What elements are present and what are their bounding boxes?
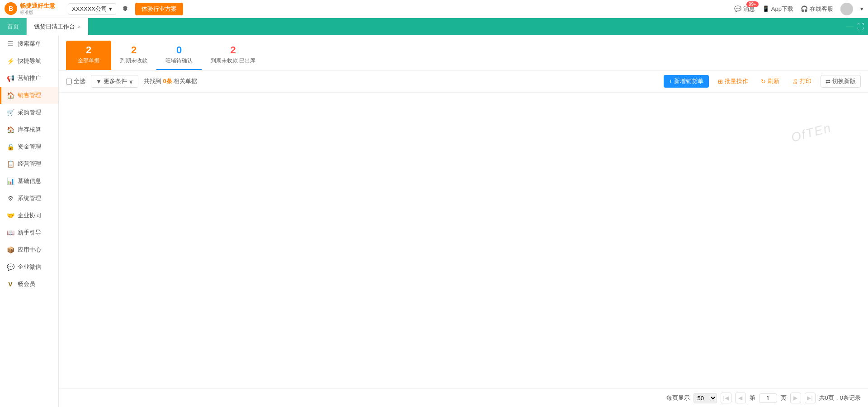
tab-active[interactable]: 钱货日清工作台 × <box>27 18 88 35</box>
sidebar-label-search-menu: 搜索菜单 <box>18 40 41 48</box>
stat-label-shipped: 到期未收款 已出库 <box>211 57 255 65</box>
next-page-btn[interactable]: ▶ <box>790 393 801 403</box>
toolbar-right: + 新增销货单 ⊞ 批量操作 ↻ 刷新 🖨 打印 ⇄ 切换新版 <box>664 75 861 88</box>
message-item[interactable]: 💬 消息 99+ <box>734 5 755 13</box>
stat-count-all: 2 <box>86 44 91 56</box>
select-all-text: 全选 <box>74 77 85 85</box>
sidebar-label-base-info: 基础信息 <box>18 177 41 185</box>
prev-page-btn[interactable]: ◀ <box>735 393 746 403</box>
sidebar-item-search-menu[interactable]: ☰ 搜索菜单 <box>0 35 58 52</box>
stat-tab-all[interactable]: 2 全部单据 <box>66 41 111 70</box>
stat-label-pending: 旺辅待确认 <box>165 57 193 65</box>
inventory-icon: 🏠 <box>7 126 14 133</box>
app-download-item[interactable]: 📱 App下载 <box>762 5 793 13</box>
app-center-icon: 📦 <box>7 246 14 253</box>
found-text: 共找到 0条 相关单据 <box>144 77 197 85</box>
sidebar-item-sales[interactable]: 🏠 销售管理 <box>0 87 58 104</box>
stat-tab-overdue[interactable]: 2 到期未收款 <box>111 41 156 70</box>
sidebar-item-finance[interactable]: 🔒 资金管理 <box>0 138 58 155</box>
sidebar-label-system: 系统管理 <box>18 194 41 202</box>
switch-icon: ⇄ <box>826 78 830 85</box>
sidebar-item-app-center[interactable]: 📦 应用中心 <box>0 241 58 258</box>
tab-home-label: 首页 <box>7 23 19 31</box>
sidebar-item-member[interactable]: V 畅会员 <box>0 276 58 293</box>
guide-icon: 📖 <box>7 229 14 236</box>
switch-new-btn[interactable]: ⇄ 切换新版 <box>821 75 861 88</box>
service-icon: 🎧 <box>801 5 808 12</box>
per-page-select[interactable]: 50 100 200 <box>693 393 717 403</box>
more-conditions-text: 更多条件 <box>104 77 127 85</box>
company-selector[interactable]: XXXXXX公司 ▾ <box>68 3 116 15</box>
select-all-checkbox[interactable] <box>66 79 72 84</box>
quick-nav-icon: ⚡ <box>7 57 14 65</box>
sidebar-label-member: 畅会员 <box>18 280 35 288</box>
member-icon: V <box>7 281 14 288</box>
watermark: OfTEn <box>789 121 833 145</box>
last-page-btn[interactable]: ▶| <box>805 393 816 403</box>
found-count: 0条 <box>163 78 172 84</box>
page-suffix: 页 <box>781 394 787 402</box>
logo-icon: B <box>5 2 17 15</box>
sidebar: ☰ 搜索菜单 ⚡ 快捷导航 📢 营销推广 🏠 销售管理 🛒 采购管理 🏠 库存核… <box>0 35 59 407</box>
stat-count-shipped: 2 <box>231 44 236 56</box>
sidebar-label-operations: 经营管理 <box>18 160 41 168</box>
batch-icon: ⊞ <box>718 78 723 85</box>
online-service-item[interactable]: 🎧 在线客服 <box>801 5 833 13</box>
stat-count-overdue: 2 <box>131 44 137 56</box>
sidebar-item-wechat[interactable]: 💬 企业微信 <box>0 258 58 276</box>
print-icon: 🖨 <box>792 78 798 85</box>
avatar[interactable] <box>840 3 853 15</box>
sidebar-item-base-info[interactable]: 📊 基础信息 <box>0 173 58 190</box>
experience-btn[interactable]: 体验行业方案 <box>135 3 183 15</box>
select-all-label[interactable]: 全选 <box>66 77 85 85</box>
new-sales-btn[interactable]: + 新增销货单 <box>664 75 709 88</box>
refresh-text: 刷新 <box>768 77 779 85</box>
sidebar-item-system[interactable]: ⚙ 系统管理 <box>0 190 58 207</box>
user-name[interactable]: ▾ <box>860 5 863 12</box>
toolbar: 全选 ▼ 更多条件 ∨ 共找到 0条 相关单据 + 新增销货单 ⊞ 批量操作 ↻ <box>59 70 868 93</box>
print-btn[interactable]: 🖨 打印 <box>788 75 815 87</box>
online-service-label: 在线客服 <box>810 5 833 13</box>
sidebar-label-cooperation: 企业协同 <box>18 211 41 220</box>
tab-active-label: 钱货日清工作台 <box>34 23 75 31</box>
pagination: 每页显示 50 100 200 |◀ ◀ 第 页 ▶ ▶| 共0页，0条记录 <box>59 388 868 407</box>
tab-maximize-icon[interactable]: ⛶ <box>857 23 864 31</box>
chevron-down-icon: ▾ <box>109 5 112 12</box>
more-conditions-btn[interactable]: ▼ 更多条件 ∨ <box>91 75 138 88</box>
search-menu-icon: ☰ <box>7 40 14 47</box>
tab-minimize-icon[interactable]: — <box>846 23 854 31</box>
first-page-btn[interactable]: |◀ <box>721 393 731 403</box>
tab-home[interactable]: 首页 <box>0 18 27 35</box>
total-text: 共0页，0条记录 <box>819 394 861 402</box>
page-input[interactable] <box>759 393 777 403</box>
filter-icon: ▼ <box>96 78 102 85</box>
sidebar-item-guide[interactable]: 📖 新手引导 <box>0 224 58 241</box>
sidebar-item-cooperation[interactable]: 🤝 企业协同 <box>0 207 58 224</box>
tab-close-icon[interactable]: × <box>78 24 80 29</box>
sidebar-item-marketing[interactable]: 📢 营销推广 <box>0 70 58 87</box>
sidebar-item-operations[interactable]: 📋 经营管理 <box>0 155 58 173</box>
operations-icon: 📋 <box>7 160 14 168</box>
sidebar-item-purchase[interactable]: 🛒 采购管理 <box>0 104 58 121</box>
stat-tab-pending[interactable]: 0 旺辅待确认 <box>156 41 202 70</box>
stat-count-pending: 0 <box>176 44 182 56</box>
stat-tab-shipped[interactable]: 2 到期未收款 已出库 <box>202 41 264 70</box>
sidebar-label-guide: 新手引导 <box>18 229 41 237</box>
switch-text: 切换新版 <box>832 77 856 85</box>
sidebar-label-sales: 销售管理 <box>18 91 41 99</box>
sidebar-label-quick-nav: 快捷导航 <box>18 57 41 65</box>
download-icon: 📱 <box>762 5 769 12</box>
batch-op-btn[interactable]: ⊞ 批量操作 <box>714 75 752 87</box>
found-suffix: 相关单据 <box>174 78 197 84</box>
refresh-btn[interactable]: ↻ 刷新 <box>757 75 783 87</box>
system-icon: ⚙ <box>7 195 14 202</box>
sidebar-label-app-center: 应用中心 <box>18 246 41 254</box>
sidebar-item-quick-nav[interactable]: ⚡ 快捷导航 <box>0 52 58 70</box>
table-area: OfTEn <box>59 93 868 388</box>
stat-label-all: 全部单据 <box>78 57 99 65</box>
print-text: 打印 <box>800 77 811 85</box>
settings-button[interactable] <box>119 3 132 15</box>
sidebar-item-inventory[interactable]: 🏠 库存核算 <box>0 121 58 138</box>
wechat-icon: 💬 <box>7 263 14 271</box>
content-area: 2 全部单据 2 到期未收款 0 旺辅待确认 2 到期未收款 已出库 全选 <box>59 35 868 407</box>
